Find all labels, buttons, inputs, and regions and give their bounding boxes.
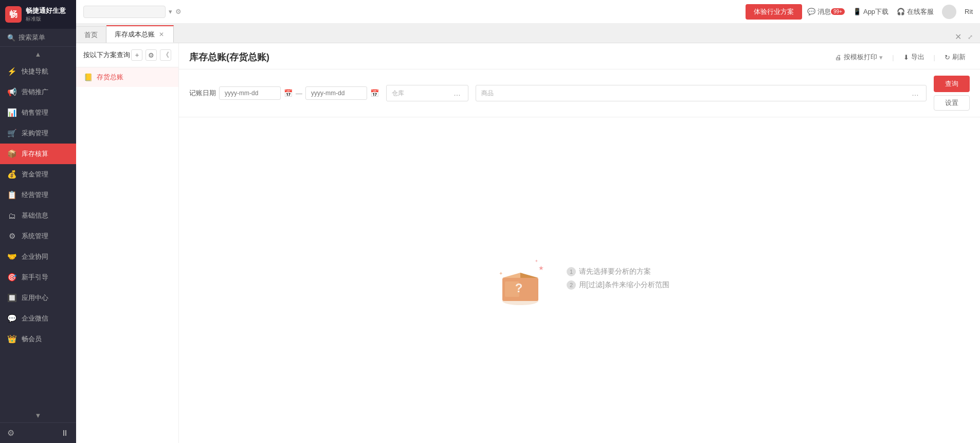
sidebar-item-finance[interactable]: 💰 资金管理 bbox=[0, 164, 76, 185]
svg-text:✦: ✦ bbox=[535, 259, 538, 263]
nav-label-purchase: 采购管理 bbox=[22, 129, 48, 138]
message-btn[interactable]: 💬 消息 99+ bbox=[807, 7, 845, 16]
logo-icon: 畅 bbox=[5, 6, 22, 23]
print-label: 按模板打印 bbox=[844, 52, 877, 62]
user-name[interactable]: Rit bbox=[965, 8, 973, 15]
breadcrumb: ▾ ⚙ bbox=[83, 6, 740, 18]
nav-label-basic: 基础信息 bbox=[22, 211, 48, 220]
collapse-icon[interactable]: ⏸ bbox=[61, 429, 69, 438]
sidebar-item-marketing[interactable]: 📢 营销推广 bbox=[0, 82, 76, 102]
filter-add-btn[interactable]: ＋ bbox=[131, 49, 142, 61]
sidebar-item-purchase[interactable]: 🛒 采购管理 bbox=[0, 123, 76, 144]
product-input[interactable]: 商品 … bbox=[476, 85, 927, 101]
panel-close-btn[interactable]: ✕ bbox=[952, 31, 965, 43]
sidebar-item-cooperation[interactable]: 🤝 企业协同 bbox=[0, 246, 76, 267]
product-more-icon[interactable]: … bbox=[910, 88, 921, 98]
tab-inventory-cost[interactable]: 库存成本总账 ✕ bbox=[106, 25, 174, 43]
nav-icon-apps: 🔲 bbox=[7, 293, 16, 303]
nav-label-quick-nav: 快捷导航 bbox=[22, 67, 48, 76]
date-start-input[interactable] bbox=[219, 86, 281, 100]
main-content: 库存总账(存货总账) 🖨 按模板打印 ▾ | ⬇ 导出 | ↻ bbox=[179, 43, 980, 443]
industry-btn[interactable]: 体验行业方案 bbox=[746, 4, 802, 20]
filter-item-icon: 📒 bbox=[83, 73, 93, 82]
nav-icon-system: ⚙ bbox=[7, 232, 16, 241]
calendar-start-icon[interactable]: 📅 bbox=[284, 89, 293, 97]
tab-bar: 首页 库存成本总账 ✕ ✕ ⤢ bbox=[76, 24, 980, 43]
nav-label-cooperation: 企业协同 bbox=[22, 252, 48, 261]
panel-expand-btn[interactable]: ⤢ bbox=[965, 32, 976, 42]
search-btn[interactable]: 查询 bbox=[934, 76, 970, 92]
print-icon: 🖨 bbox=[835, 54, 842, 61]
nav-icon-sales: 📊 bbox=[7, 108, 16, 117]
date-separator: — bbox=[296, 90, 302, 97]
online-support-btn[interactable]: 🎧 在线客服 bbox=[897, 7, 934, 16]
settings-icon[interactable]: ⚙ bbox=[175, 8, 182, 15]
warehouse-input[interactable]: 仓库 … bbox=[386, 85, 468, 101]
sidebar-footer: ⚙ ⏸ bbox=[0, 422, 76, 443]
refresh-btn[interactable]: ↻ 刷新 bbox=[940, 50, 970, 64]
date-end-input[interactable] bbox=[305, 86, 367, 100]
content-area: 按以下方案查询 ＋ ⚙ 《 📒 存货总账 库存总账(存货总账) bbox=[76, 43, 980, 443]
empty-illustration: ? ★ ✦ ✦ bbox=[489, 250, 551, 311]
nav-icon-finance: 💰 bbox=[7, 170, 16, 179]
breadcrumb-dropdown-icon[interactable]: ▾ bbox=[169, 8, 172, 15]
sidebar-search[interactable]: 🔍 搜索菜单 bbox=[0, 29, 76, 47]
nav-label-wechat: 企业微信 bbox=[22, 314, 48, 323]
nav-icon-marketing: 📢 bbox=[7, 87, 16, 97]
user-avatar[interactable] bbox=[942, 5, 956, 19]
app-download-btn[interactable]: 📱 App下载 bbox=[853, 7, 888, 16]
sidebar-item-business[interactable]: 📋 经营管理 bbox=[0, 185, 76, 205]
sidebar-scroll-up[interactable]: ▲ bbox=[0, 47, 76, 61]
svg-text:?: ? bbox=[515, 281, 523, 295]
filter-settings-btn[interactable]: ⚙ bbox=[146, 49, 157, 61]
date-label: 记账日期 bbox=[189, 88, 216, 98]
nav-label-marketing: 营销推广 bbox=[22, 87, 48, 97]
settings-icon[interactable]: ⚙ bbox=[7, 428, 14, 438]
date-field: 记账日期 📅 — 📅 bbox=[189, 86, 379, 100]
print-dropdown-icon[interactable]: ▾ bbox=[879, 54, 883, 61]
sidebar-item-basic[interactable]: 🗂 基础信息 bbox=[0, 205, 76, 226]
sidebar-nav: ⚡ 快捷导航 📢 营销推广 📊 销售管理 🛒 采购管理 📦 库存核算 💰 资金管… bbox=[0, 61, 76, 408]
filter-item-label: 存货总账 bbox=[97, 73, 123, 82]
nav-icon-inventory: 📦 bbox=[7, 149, 16, 158]
online-support-label: 在线客服 bbox=[907, 7, 934, 16]
export-btn[interactable]: ⬇ 导出 bbox=[899, 50, 929, 64]
sidebar-item-sales[interactable]: 📊 销售管理 bbox=[0, 102, 76, 123]
sidebar-item-system[interactable]: ⚙ 系统管理 bbox=[0, 226, 76, 246]
tab-close-icon[interactable]: ✕ bbox=[158, 31, 165, 38]
settings-btn[interactable]: 设置 bbox=[934, 95, 970, 111]
warehouse-more-icon[interactable]: … bbox=[451, 88, 463, 98]
nav-label-vip: 畅会员 bbox=[22, 334, 42, 344]
nav-icon-wechat: 💬 bbox=[7, 314, 16, 323]
filter-collapse-btn[interactable]: 《 bbox=[160, 49, 171, 61]
refresh-label: 刷新 bbox=[952, 52, 966, 62]
filter-header: 按以下方案查询 ＋ ⚙ 《 bbox=[76, 43, 178, 67]
tab-home[interactable]: 首页 bbox=[76, 26, 106, 43]
search-icon: 🔍 bbox=[7, 34, 15, 42]
search-actions: 查询 设置 bbox=[934, 76, 970, 111]
nav-icon-business: 📋 bbox=[7, 190, 16, 200]
sidebar-search-label: 搜索菜单 bbox=[19, 33, 45, 42]
app-download-label: App下载 bbox=[863, 7, 888, 16]
print-btn[interactable]: 🖨 按模板打印 ▾ bbox=[831, 50, 887, 64]
message-badge: 99+ bbox=[831, 8, 845, 15]
export-label: 导出 bbox=[911, 52, 924, 62]
sidebar-item-quick-nav[interactable]: ⚡ 快捷导航 bbox=[0, 61, 76, 82]
sidebar-scroll-down[interactable]: ▼ bbox=[0, 408, 76, 422]
headset-icon: 🎧 bbox=[897, 8, 905, 15]
breadcrumb-input[interactable] bbox=[83, 6, 166, 18]
calendar-end-icon[interactable]: 📅 bbox=[370, 89, 379, 97]
nav-label-inventory: 库存核算 bbox=[22, 149, 48, 158]
filter-item-inventory[interactable]: 📒 存货总账 bbox=[76, 67, 178, 87]
sidebar-item-wechat[interactable]: 💬 企业微信 bbox=[0, 308, 76, 329]
nav-icon-vip: 👑 bbox=[7, 334, 16, 344]
nav-label-business: 经营管理 bbox=[22, 190, 48, 200]
nav-label-guide: 新手引导 bbox=[22, 273, 48, 282]
sidebar-item-apps[interactable]: 🔲 应用中心 bbox=[0, 288, 76, 308]
tab-home-label: 首页 bbox=[84, 30, 98, 40]
sidebar-item-vip[interactable]: 👑 畅会员 bbox=[0, 329, 76, 349]
sidebar-item-inventory[interactable]: 📦 库存核算 bbox=[0, 144, 76, 164]
sidebar-item-guide[interactable]: 🎯 新手引导 bbox=[0, 267, 76, 288]
logo-main: 畅捷通好生意 bbox=[26, 6, 66, 15]
warehouse-field: 仓库 … bbox=[386, 85, 468, 101]
